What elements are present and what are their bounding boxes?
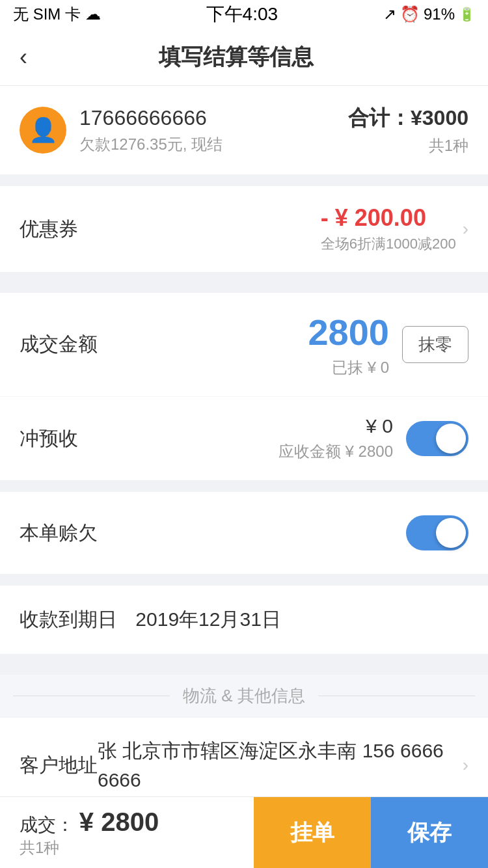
- precollect-row: 冲预收 ¥ 0 应收金额 ¥ 2800: [0, 397, 488, 480]
- deal-amount-label: 成交金额: [20, 331, 98, 358]
- deal-amount-right: 2800 已抹 ¥ 0: [308, 311, 389, 378]
- deal-amount-number: 2800: [308, 311, 389, 353]
- bottom-deal-count: 共1种: [20, 837, 234, 858]
- status-bar: 无 SIM 卡 ☁ 下午4:03 ↗ ⏰ 91% 🔋: [0, 0, 488, 29]
- customer-left: 👤 17666666666 欠款1276.35元, 现结: [20, 106, 223, 155]
- divider-1: [0, 176, 488, 186]
- location-icon: ↗: [383, 5, 396, 23]
- customer-card: 👤 17666666666 欠款1276.35元, 现结 合计：¥3000 共1…: [0, 86, 488, 174]
- bottom-deal-label: 成交：: [20, 815, 74, 835]
- bottom-bar: 成交： ¥ 2800 共1种 挂单 保存: [0, 796, 488, 868]
- due-date-label: 收款到期日: [20, 608, 117, 630]
- avatar: 👤: [20, 107, 66, 154]
- precollect-label: 冲预收: [20, 426, 78, 452]
- debt-row: 本单赊欠: [0, 492, 488, 574]
- customer-phone: 17666666666: [79, 106, 223, 130]
- divider-5: [0, 664, 488, 675]
- total-count: 共1种: [348, 135, 468, 156]
- address-chevron-icon: ›: [463, 755, 468, 776]
- divider-4: [0, 575, 488, 586]
- debt-toggle[interactable]: [406, 515, 468, 550]
- bottom-summary: 成交： ¥ 2800 共1种: [0, 807, 254, 858]
- customer-right: 合计：¥3000 共1种: [348, 104, 468, 156]
- sim-label: 无 SIM 卡 ☁: [13, 4, 101, 25]
- battery-icon: 🔋: [459, 7, 475, 22]
- due-date-row: 收款到期日 2019年12月31日: [0, 586, 488, 654]
- divider-3: [0, 481, 488, 492]
- coupon-amount: - ¥ 200.00: [321, 204, 456, 232]
- status-time: 下午4:03: [206, 2, 278, 27]
- form-section: 成交金额 2800 已抹 ¥ 0 抹零 冲预收 ¥ 0 应收金额 ¥ 2800: [0, 293, 488, 480]
- coupon-desc: 全场6折满1000减200: [321, 234, 456, 254]
- coupon-label: 优惠券: [20, 216, 78, 243]
- debt-label: 本单赊欠: [20, 520, 98, 547]
- precollect-amount: ¥ 0: [278, 415, 393, 437]
- back-button[interactable]: ‹: [20, 44, 40, 71]
- customer-debt: 欠款1276.35元, 现结: [79, 134, 223, 155]
- logistics-separator: 物流 & 其他信息: [0, 675, 488, 716]
- due-date-value: 2019年12月31日: [135, 608, 280, 630]
- bottom-deal-value: ¥ 2800: [79, 807, 159, 836]
- customer-info: 17666666666 欠款1276.35元, 现结: [79, 106, 223, 155]
- precollect-right: ¥ 0 应收金额 ¥ 2800: [278, 415, 468, 462]
- coupon-info: - ¥ 200.00 全场6折满1000减200: [321, 204, 456, 254]
- bottom-deal-line: 成交： ¥ 2800: [20, 807, 234, 837]
- main-content: 👤 17666666666 欠款1276.35元, 现结 合计：¥3000 共1…: [0, 86, 488, 868]
- save-button[interactable]: 保存: [371, 797, 488, 869]
- coupon-right: - ¥ 200.00 全场6折满1000减200 ›: [321, 204, 468, 254]
- precollect-sub: 应收金额 ¥ 2800: [278, 441, 393, 462]
- total-amount: 合计：¥3000: [348, 104, 468, 133]
- address-value: 张 北京市市辖区海淀区永丰南 156 6666 6666: [98, 736, 456, 794]
- address-label: 客户地址: [20, 752, 98, 779]
- logistics-sep-text: 物流 & 其他信息: [183, 685, 305, 707]
- battery-label: 91%: [424, 5, 455, 23]
- deal-amount-value: 2800 已抹 ¥ 0 抹零: [308, 311, 468, 378]
- sep-line-right: [318, 696, 475, 696]
- divider-2: [0, 282, 488, 293]
- nav-bar: ‹ 填写结算等信息: [0, 29, 488, 86]
- coupon-row[interactable]: 优惠券 - ¥ 200.00 全场6折满1000减200 ›: [0, 186, 488, 272]
- already-zero-text: 已抹 ¥ 0: [308, 357, 389, 378]
- alarm-icon: ⏰: [400, 5, 420, 23]
- deal-amount-row: 成交金额 2800 已抹 ¥ 0 抹零: [0, 293, 488, 397]
- precollect-toggle[interactable]: [406, 421, 468, 456]
- round-zero-button[interactable]: 抹零: [402, 326, 468, 363]
- hold-button[interactable]: 挂单: [254, 797, 371, 869]
- avatar-icon: 👤: [29, 116, 58, 144]
- status-right: ↗ ⏰ 91% 🔋: [383, 5, 475, 23]
- page-title: 填写结算等信息: [40, 42, 432, 72]
- status-left: 无 SIM 卡 ☁: [13, 4, 101, 25]
- chevron-right-icon: ›: [463, 219, 468, 239]
- precollect-amounts: ¥ 0 应收金额 ¥ 2800: [278, 415, 393, 462]
- sep-line-left: [13, 696, 170, 696]
